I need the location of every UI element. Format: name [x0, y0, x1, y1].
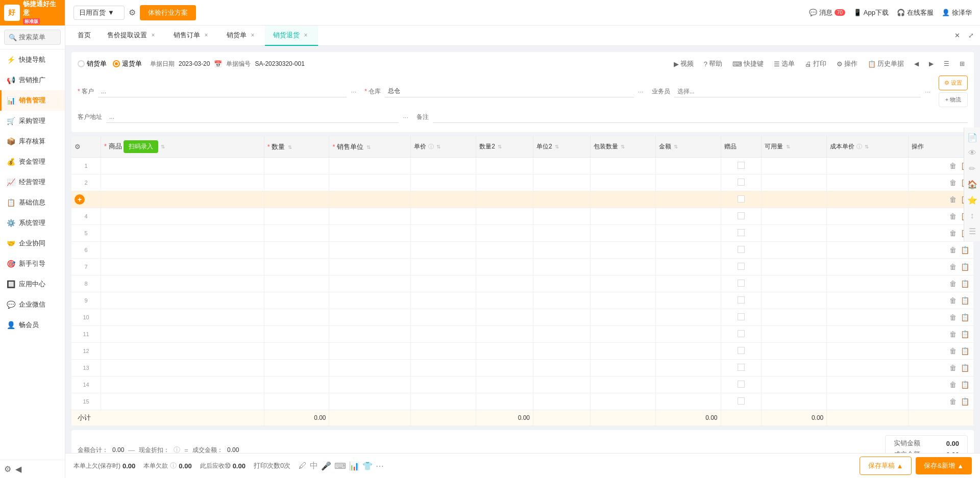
right-icon-7[interactable]: ☰ — [967, 224, 978, 238]
delete-btn[interactable]: 🗑 — [948, 245, 958, 255]
sidebar-item-operations[interactable]: 📈 经营管理 — [0, 172, 65, 192]
sidebar-item-member[interactable]: 👤 畅会员 — [0, 315, 65, 335]
sidebar-item-system[interactable]: ⚙️ 系统管理 — [0, 213, 65, 233]
amount-cell-3[interactable] — [655, 191, 721, 208]
right-icon-2[interactable]: 👁 — [966, 146, 978, 160]
copy-btn[interactable]: 📋 — [960, 346, 970, 356]
delete-btn[interactable]: 🗑 — [948, 396, 958, 407]
amount-sort-icon[interactable]: ⇅ — [674, 144, 678, 149]
product-cell-3[interactable] — [101, 191, 264, 208]
sidebar-item-appstore[interactable]: 🔲 应用中心 — [0, 274, 65, 294]
qty-sort-icon[interactable]: ⇅ — [288, 144, 292, 150]
copy-btn[interactable]: 📋 — [960, 363, 970, 373]
delete-btn[interactable]: 🗑 — [948, 329, 958, 339]
sidebar-item-sales[interactable]: 📊 销售管理 — [0, 90, 65, 111]
zhongwen-icon[interactable]: 中 — [310, 461, 318, 471]
available-cell-1[interactable] — [762, 158, 827, 174]
costprice-info-icon[interactable]: ⓘ — [856, 143, 862, 149]
close-tab-icon[interactable]: ✕ — [952, 30, 962, 41]
product-cell-2[interactable] — [101, 174, 264, 191]
shuyin-icon[interactable]: 🖊 — [299, 461, 307, 470]
tab-sales-return[interactable]: 销货退货 × — [265, 26, 318, 46]
next-record-btn[interactable]: ▶ — [926, 58, 937, 69]
save-new-btn[interactable]: 保存&新增 ▲ — [916, 457, 972, 474]
unit-cell-1[interactable] — [329, 158, 411, 174]
price-cell-3[interactable] — [411, 191, 476, 208]
address-input[interactable] — [106, 111, 399, 123]
settings-bottom-icon[interactable]: ⚙ — [4, 464, 11, 474]
delete-btn[interactable]: 🗑 — [948, 279, 958, 289]
available-sort-icon[interactable]: ⇅ — [786, 144, 790, 149]
tab-close-sales-order[interactable]: × — [202, 31, 210, 39]
copy-btn[interactable]: 📋 — [960, 295, 970, 306]
packqty-cell-2[interactable] — [590, 174, 655, 191]
sidebar-item-finance[interactable]: 💰 资金管理 — [0, 152, 65, 172]
unit2-sort-icon[interactable]: ⇅ — [555, 144, 559, 149]
sidebar-item-shortcut[interactable]: ⚡ 快捷导航 — [0, 49, 65, 70]
delete-row-1-btn[interactable]: 🗑 — [948, 161, 958, 171]
delete-btn[interactable]: 🗑 — [948, 363, 958, 373]
delete-btn[interactable]: 🗑 — [948, 312, 958, 322]
prev-record-btn[interactable]: ◀ — [911, 58, 922, 69]
remark-input[interactable] — [433, 111, 968, 123]
salesman-input[interactable] — [674, 86, 921, 97]
topbar-settings-icon[interactable]: ⚙ — [129, 8, 136, 17]
tab-home[interactable]: 首页 — [69, 26, 99, 46]
right-icon-3[interactable]: ✏ — [967, 162, 977, 175]
tab-close-sales-delivery[interactable]: × — [249, 31, 257, 39]
date-value[interactable]: 2023-03-20 — [179, 60, 210, 67]
qty-cell-3[interactable] — [264, 191, 329, 208]
sidebar-item-newbie[interactable]: 🎯 新手引导 — [0, 254, 65, 274]
amount-cell-1[interactable] — [655, 158, 721, 174]
costprice-sort-icon[interactable]: ⇅ — [865, 144, 869, 149]
unit2-cell-2[interactable] — [533, 174, 590, 191]
shirt-icon[interactable]: 👕 — [362, 461, 373, 471]
warehouse-dots[interactable]: ··· — [638, 88, 644, 95]
mic-icon[interactable]: 🎤 — [321, 461, 331, 471]
sidebar-item-wechat[interactable]: 💬 企业微信 — [0, 294, 65, 315]
costprice-cell-1[interactable] — [827, 158, 909, 174]
costprice-cell-2[interactable] — [827, 174, 909, 191]
qty2-cell-2[interactable] — [476, 174, 533, 191]
qty2-cell-3[interactable] — [476, 191, 533, 208]
delete-btn[interactable]: 🗑 — [948, 262, 958, 272]
operate-btn[interactable]: ⚙ 操作 — [834, 57, 861, 70]
copy-btn[interactable]: 📋 — [960, 396, 970, 407]
gift-cell-2[interactable] — [721, 174, 762, 191]
unit2-cell-3[interactable] — [533, 191, 590, 208]
save-draft-btn[interactable]: 保存草稿 ▲ — [860, 457, 912, 475]
gift-checkbox-1[interactable] — [738, 162, 745, 169]
settings-btn[interactable]: ⚙ 设置 — [939, 76, 968, 90]
sidebar-item-enterprise[interactable]: 🤝 企业协同 — [0, 233, 65, 254]
copy-btn[interactable]: 📋 — [960, 245, 970, 255]
single-owe-info[interactable]: ⓘ — [170, 461, 177, 470]
keyboard2-icon[interactable]: ⌨ — [334, 461, 346, 471]
radio-sales-delivery[interactable]: 销货单 — [78, 59, 107, 68]
more-icon[interactable]: ⋯ — [376, 461, 384, 471]
scan-input-btn[interactable]: 扫码录入 — [124, 140, 158, 153]
unit-cell-2[interactable] — [329, 174, 411, 191]
tab-sales-order[interactable]: 销售订单 × — [165, 26, 218, 46]
gift-cell-3[interactable] — [721, 191, 762, 208]
video-btn[interactable]: ▶ 视频 — [671, 57, 697, 70]
price-sort-icon[interactable]: ⇅ — [436, 144, 440, 149]
help-btn[interactable]: ? 帮助 — [701, 57, 725, 70]
delete-btn[interactable]: 🗑 — [948, 380, 958, 390]
table-settings-icon[interactable]: ⚙ — [75, 143, 81, 150]
price-info-icon[interactable]: ⓘ — [428, 143, 434, 149]
copy-btn[interactable]: 📋 — [960, 312, 970, 322]
delete-btn[interactable]: 🗑 — [948, 211, 958, 221]
right-icon-1[interactable]: 📄 — [965, 131, 979, 144]
costprice-cell-3[interactable] — [827, 191, 909, 208]
product-sort-icon[interactable]: ⇅ — [161, 144, 165, 149]
history-btn[interactable]: 📋 历史单据 — [865, 57, 907, 70]
delete-btn[interactable]: 🗑 — [948, 228, 958, 238]
packqty-sort-icon[interactable]: ⇅ — [621, 144, 625, 149]
qty2-sort-icon[interactable]: ⇅ — [498, 144, 502, 149]
product-input-3[interactable] — [104, 196, 261, 204]
unit2-cell-1[interactable] — [533, 158, 590, 174]
cash-discount-info-icon[interactable]: ⓘ — [174, 445, 180, 453]
radio-sales-return[interactable]: 退货单 — [113, 59, 142, 68]
table-icon[interactable]: 📊 — [349, 461, 359, 471]
grid-view-btn[interactable]: ⊞ — [957, 58, 968, 69]
